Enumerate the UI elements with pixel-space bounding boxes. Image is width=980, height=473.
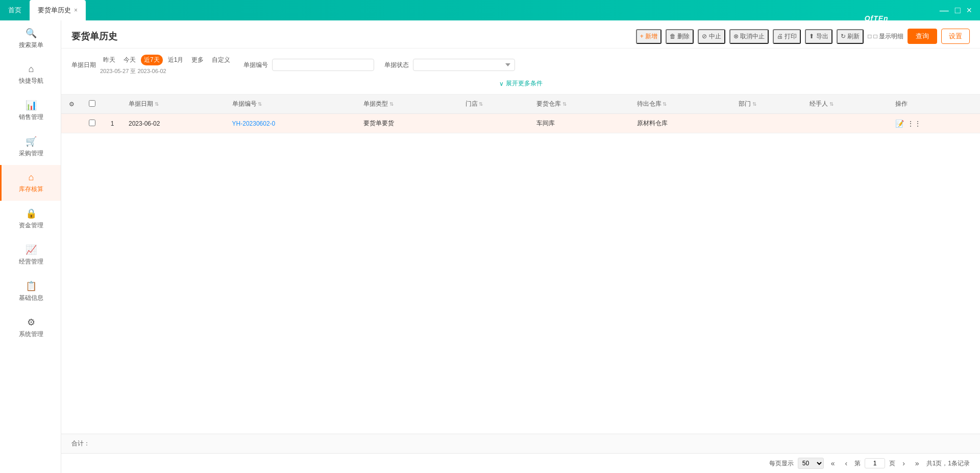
date-tabs: 昨天 今天 近7天 近1月 更多 自定义 — [100, 55, 233, 65]
filter-area: 单据日期 昨天 今天 近7天 近1月 更多 自定义 2023-05-27 至 2… — [61, 49, 980, 94]
table-body: 1 2023-06-02 YH-20230602-0 要货单要货 车间库 原材料… — [61, 114, 980, 133]
page-label: 第 — [854, 459, 861, 468]
doc-number-label: 单据编号 — [243, 61, 268, 69]
cell-doc-type: 要货单要货 — [357, 114, 459, 133]
sidebar: 🔍 搜索菜单 ⌂ 快捷导航 📊 销售管理 🛒 采购管理 ⌂ 库存核算 🔒 资金管… — [0, 20, 61, 473]
date-tab-today[interactable]: 今天 — [120, 55, 139, 65]
tab-close-icon[interactable]: × — [74, 7, 78, 14]
filter-row-1: 单据日期 昨天 今天 近7天 近1月 更多 自定义 2023-05-27 至 2… — [71, 55, 970, 75]
tab-requisition-history-label: 要货单历史 — [38, 6, 71, 15]
sidebar-item-base-info-label: 基础信息 — [19, 294, 43, 302]
last-page-button[interactable]: » — [912, 458, 922, 468]
cell-checkbox[interactable] — [82, 114, 102, 133]
date-filter-group: 单据日期 昨天 今天 近7天 近1月 更多 自定义 2023-05-27 至 2… — [71, 55, 233, 75]
date-tab-custom[interactable]: 自定义 — [209, 55, 233, 65]
summary-label: 合计： — [71, 439, 90, 448]
row-checkbox[interactable] — [89, 120, 95, 126]
maximize-icon[interactable]: □ — [955, 5, 961, 16]
doc-number-input[interactable] — [272, 59, 374, 71]
doc-number-link[interactable]: YH-20230602-0 — [232, 120, 276, 127]
sidebar-item-search-menu-label: 搜索菜单 — [19, 41, 43, 50]
sidebar-item-operations-mgmt[interactable]: 📈 经营管理 — [0, 237, 61, 273]
first-page-button[interactable]: « — [828, 458, 838, 468]
chevron-down-icon: ∨ — [499, 80, 504, 87]
page-number-input[interactable] — [865, 458, 885, 468]
sidebar-item-system-mgmt[interactable]: ⚙ 系统管理 — [0, 310, 61, 346]
sidebar-item-quick-nav[interactable]: ⌂ 快捷导航 — [0, 57, 61, 92]
cell-department — [732, 114, 803, 133]
export-button[interactable]: ⬆ 导出 — [805, 29, 832, 44]
display-detail-button[interactable]: □ □ 显示明细 — [868, 32, 903, 41]
sidebar-item-finance-mgmt-label: 资金管理 — [19, 221, 43, 230]
col-doc-number[interactable]: 单据编号 — [226, 94, 358, 114]
content-area: 要货单历史 + 新增 🗑 删除 ⊘ 中止 ⊗ 取消中止 🖨 打印 ⬆ 导出 ↻ … — [61, 20, 980, 473]
col-pending-warehouse[interactable]: 待出仓库 — [631, 94, 732, 114]
more-icon[interactable]: ⋮⋮ — [907, 120, 921, 128]
doc-status-label: 单据状态 — [384, 61, 409, 69]
sidebar-item-inventory-label: 库存核算 — [19, 185, 43, 194]
new-button[interactable]: + 新增 — [636, 29, 662, 44]
date-tab-1month[interactable]: 近1月 — [165, 55, 187, 65]
home-icon: ⌂ — [29, 64, 34, 75]
col-actions: 操作 — [889, 94, 980, 114]
cell-settings — [61, 114, 82, 133]
sidebar-item-operations-mgmt-label: 经营管理 — [19, 257, 43, 266]
delete-button[interactable]: 🗑 删除 — [666, 29, 694, 44]
purchase-icon: 🛒 — [26, 136, 37, 147]
sidebar-item-search-menu[interactable]: 🔍 搜索菜单 — [0, 20, 61, 57]
col-doc-type[interactable]: 单据类型 — [357, 94, 459, 114]
sidebar-item-inventory[interactable]: ⌂ 库存核算 — [0, 165, 61, 201]
select-all-checkbox[interactable] — [89, 100, 95, 107]
col-doc-date[interactable]: 单据日期 — [122, 94, 226, 114]
doc-status-filter-group: 单据状态 — [384, 59, 515, 71]
expand-more-button[interactable]: ∨ 展开更多条件 — [71, 79, 970, 88]
sidebar-item-quick-nav-label: 快捷导航 — [19, 77, 43, 85]
date-range-text: 2023-05-27 至 2023-06-02 — [100, 67, 233, 75]
inventory-icon: ⌂ — [29, 172, 34, 183]
sidebar-item-finance-mgmt[interactable]: 🔒 资金管理 — [0, 201, 61, 237]
finance-icon: 🔒 — [26, 208, 37, 219]
doc-status-select[interactable] — [413, 59, 515, 71]
tab-home[interactable]: 首页 — [0, 0, 30, 20]
col-settings[interactable]: ⚙ — [61, 94, 82, 114]
cell-pending-warehouse: 原材料仓库 — [631, 114, 732, 133]
date-tab-more[interactable]: 更多 — [188, 55, 207, 65]
search-icon: 🔍 — [26, 28, 37, 39]
settings-button[interactable]: 设置 — [941, 29, 970, 44]
minimize-icon[interactable]: — — [940, 5, 949, 16]
col-store[interactable]: 门店 — [459, 94, 530, 114]
date-tab-7days[interactable]: 近7天 — [141, 55, 163, 65]
cell-doc-number: YH-20230602-0 — [226, 114, 358, 133]
sidebar-item-sales-mgmt-label: 销售管理 — [19, 113, 43, 122]
cell-handler — [803, 114, 889, 133]
col-num — [102, 94, 122, 114]
col-req-warehouse[interactable]: 要货仓库 — [530, 94, 630, 114]
doc-number-filter-group: 单据编号 — [243, 59, 374, 71]
system-icon: ⚙ — [27, 317, 35, 328]
checkbox-icon: □ — [868, 33, 871, 40]
tab-requisition-history[interactable]: 要货单历史 × — [30, 0, 86, 20]
table-row: 1 2023-06-02 YH-20230602-0 要货单要货 车间库 原材料… — [61, 114, 980, 133]
next-page-button[interactable]: › — [899, 458, 908, 468]
close-icon[interactable]: × — [967, 5, 972, 16]
cancel-stop-button[interactable]: ⊗ 取消中止 — [729, 29, 769, 44]
query-button[interactable]: 查询 — [908, 29, 937, 44]
col-handler[interactable]: 经手人 — [803, 94, 889, 114]
sidebar-item-sales-mgmt[interactable]: 📊 销售管理 — [0, 92, 61, 129]
sidebar-item-base-info[interactable]: 📋 基础信息 — [0, 273, 61, 310]
prev-page-button[interactable]: ‹ — [842, 458, 851, 468]
stop-button[interactable]: ⊘ 中止 — [698, 29, 725, 44]
per-page-select[interactable]: 50 10 20 100 — [798, 458, 824, 469]
cell-store — [459, 114, 530, 133]
print-button[interactable]: 🖨 打印 — [773, 29, 801, 44]
refresh-button[interactable]: ↻ 刷新 — [837, 29, 864, 44]
sidebar-item-purchase-mgmt-label: 采购管理 — [19, 149, 43, 158]
date-tab-yesterday[interactable]: 昨天 — [100, 55, 118, 65]
col-checkbox[interactable] — [82, 94, 102, 114]
sidebar-item-purchase-mgmt[interactable]: 🛒 采购管理 — [0, 129, 61, 165]
base-info-icon: 📋 — [26, 280, 37, 292]
col-department[interactable]: 部门 — [732, 94, 803, 114]
table-container: ⚙ 单据日期 单据编号 单据类型 门店 要货仓库 待出仓库 部门 经手人 操作 — [61, 94, 980, 434]
cell-req-warehouse: 车间库 — [530, 114, 630, 133]
edit-icon[interactable]: 📝 — [895, 120, 904, 128]
